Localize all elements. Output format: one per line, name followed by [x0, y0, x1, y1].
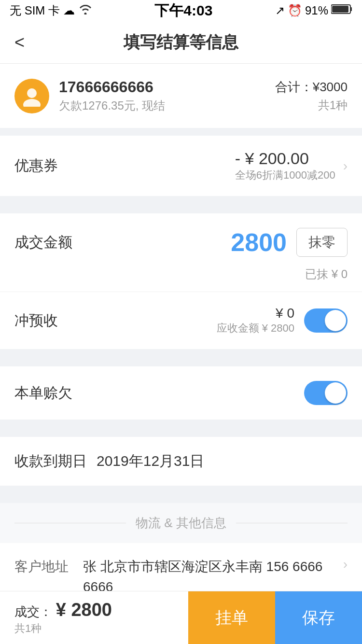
address-chevron-icon: ›: [343, 557, 348, 572]
debt-label: 本单赊欠: [14, 383, 72, 403]
summary-count: 共1种: [14, 621, 174, 636]
already-rounded: 已抹 ¥ 0: [0, 266, 362, 292]
customer-total: 合计：¥3000 共1种: [275, 79, 348, 113]
avatar: [14, 79, 49, 113]
amount-label: 成交金额: [14, 233, 72, 252]
prepay-label: 冲预收: [14, 311, 58, 331]
prepay-receivable: 应收金额 ¥ 2800: [217, 321, 294, 336]
prepay-right: ¥ 0 应收金额 ¥ 2800: [217, 306, 348, 336]
prepay-toggle[interactable]: [304, 308, 348, 333]
due-date-row: 收款到期日 2019年12月31日: [0, 437, 362, 486]
battery-icon: [331, 4, 352, 17]
debt-toggle[interactable]: [304, 381, 348, 405]
due-date-value: 2019年12月31日: [97, 451, 204, 471]
coupon-right: - ¥ 200.00 全场6折满1000减200 ›: [235, 149, 348, 182]
due-date-label: 收款到期日: [14, 451, 87, 471]
coupon-desc: 全场6折满1000减200: [235, 168, 335, 182]
svg-rect-2: [332, 6, 348, 13]
prepay-value-block: ¥ 0 应收金额 ¥ 2800: [217, 306, 294, 336]
separator-1: [0, 204, 362, 213]
nav-bar: < 填写结算等信息: [0, 21, 362, 64]
customer-debt: 欠款1276.35元, 现结: [59, 98, 165, 113]
total-amount-label: 合计：¥3000: [275, 79, 348, 96]
bottom-bar: 成交： ¥ 2800 共1种 挂单 保存: [0, 591, 362, 644]
customer-info: 17666666666 欠款1276.35元, 现结: [59, 78, 165, 113]
debt-row: 本单赊欠: [0, 366, 362, 420]
separator-4: [0, 493, 362, 503]
logistics-title: 物流 & 其他信息: [136, 515, 226, 532]
status-left: 无 SIM 卡 ☁: [10, 3, 92, 18]
customer-left: 17666666666 欠款1276.35元, 现结: [14, 78, 165, 113]
location-icon: ↗: [275, 4, 285, 17]
coupon-discount: - ¥ 200.00: [235, 149, 335, 168]
bottom-summary: 成交： ¥ 2800 共1种: [0, 600, 188, 636]
status-time: 下午4:03: [154, 1, 212, 21]
logistics-line-right: [236, 523, 348, 523]
coupon-row[interactable]: 优惠券 - ¥ 200.00 全场6折满1000减200 ›: [0, 136, 362, 196]
battery-label: 91%: [305, 4, 328, 17]
svg-rect-1: [350, 7, 352, 11]
chevron-right-icon: ›: [343, 158, 348, 174]
customer-card: 17666666666 欠款1276.35元, 现结 合计：¥3000 共1种: [0, 64, 362, 128]
coupon-label: 优惠券: [14, 156, 58, 176]
status-bar: 无 SIM 卡 ☁ 下午4:03 ↗ ⏰ 91%: [0, 0, 362, 21]
customer-phone: 17666666666: [59, 78, 165, 96]
separator-2: [0, 357, 362, 366]
svg-point-3: [27, 88, 37, 98]
back-button[interactable]: <: [14, 32, 25, 53]
amount-section: 成交金额 2800 抹零 已抹 ¥ 0 冲预收 ¥ 0 应收金额 ¥ 2800: [0, 213, 362, 349]
status-right: ↗ ⏰ 91%: [275, 4, 352, 17]
amount-row: 成交金额 2800 抹零: [0, 213, 362, 266]
hold-order-button[interactable]: 挂单: [188, 591, 275, 644]
summary-label: 成交：: [14, 604, 52, 619]
amount-right: 2800 抹零: [231, 228, 348, 257]
content-area: 17666666666 欠款1276.35元, 现结 合计：¥3000 共1种 …: [0, 64, 362, 644]
summary-title-row: 成交： ¥ 2800: [14, 600, 174, 620]
amount-value: 2800: [231, 228, 287, 257]
total-count: 共1种: [275, 98, 348, 113]
page-title: 填写结算等信息: [124, 31, 238, 54]
svg-point-4: [23, 99, 41, 107]
address-label: 客户地址: [14, 558, 69, 576]
summary-amount: ¥ 2800: [56, 600, 112, 620]
round-zero-button[interactable]: 抹零: [296, 228, 348, 257]
logistics-header: 物流 & 其他信息: [0, 503, 362, 543]
save-button[interactable]: 保存: [275, 591, 362, 644]
wifi-icon: [79, 4, 92, 17]
sim-label: 无 SIM 卡 ☁: [10, 3, 75, 18]
prepay-amount: ¥ 0: [217, 306, 294, 321]
alarm-icon: ⏰: [288, 4, 302, 17]
logistics-line-left: [14, 523, 126, 523]
prepay-row: 冲预收 ¥ 0 应收金额 ¥ 2800: [0, 292, 362, 349]
separator-3: [0, 427, 362, 437]
